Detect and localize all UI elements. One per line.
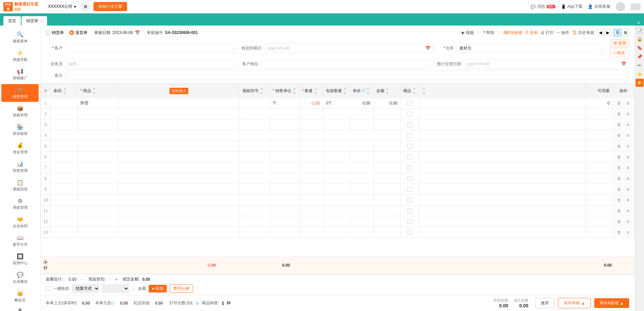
col-settings-icon[interactable]: ⚙ bbox=[44, 88, 47, 93]
cell-barcode-1[interactable] bbox=[51, 109, 78, 119]
customer-addr-input[interactable]: ... bbox=[261, 59, 434, 69]
cell-amount-6[interactable] bbox=[373, 162, 400, 173]
message-button[interactable]: 💬 消息 99+ bbox=[531, 4, 556, 9]
cell-amount-0[interactable]: 0.00 bbox=[373, 98, 400, 109]
cell-unit-3[interactable] bbox=[270, 130, 300, 141]
online-service-button[interactable]: 👤 在线客服 bbox=[588, 4, 610, 9]
cell-gift-9[interactable] bbox=[400, 195, 419, 205]
cell-product-11[interactable] bbox=[78, 216, 118, 227]
delete-button-0[interactable]: 🗑 bbox=[615, 100, 623, 107]
fee-split-button[interactable]: 费用分摊 bbox=[169, 284, 193, 293]
right-panel-btn-3[interactable]: 🔖 bbox=[636, 44, 644, 52]
cell-spec-11[interactable] bbox=[240, 216, 270, 227]
cell-product-5[interactable] bbox=[78, 152, 118, 162]
debt-info-icon[interactable]: ⓘ bbox=[111, 301, 115, 305]
cell-note-3[interactable] bbox=[419, 130, 586, 141]
avatar[interactable] bbox=[616, 2, 625, 11]
logistics-button[interactable]: + 物流 bbox=[610, 49, 629, 57]
tab-close-icon[interactable]: × bbox=[40, 19, 42, 23]
cell-amount-11[interactable] bbox=[373, 216, 400, 227]
cell-barcode-2[interactable] bbox=[51, 119, 78, 130]
cell-note-8[interactable] bbox=[419, 184, 586, 195]
right-panel-btn-7[interactable]: 🔔 bbox=[636, 79, 644, 87]
sidebar-item-appstore[interactable]: 🔲 应用中心 bbox=[1, 250, 39, 268]
salesman-suffix[interactable]: ... bbox=[232, 62, 235, 66]
sidebar-item-marketing[interactable]: 📢 营销推广 bbox=[1, 66, 39, 83]
expected-date-calendar-icon[interactable]: 📅 bbox=[621, 62, 626, 66]
cell-unit-0[interactable]: 个 bbox=[270, 98, 300, 109]
tab-bar-close-icon[interactable]: × bbox=[633, 20, 644, 26]
right-panel-btn-2[interactable]: 🔒 bbox=[636, 35, 644, 43]
video-button[interactable]: ▶ 视频 bbox=[462, 30, 474, 36]
cell-gift-10[interactable] bbox=[400, 205, 419, 216]
cell-gift-11[interactable] bbox=[400, 216, 419, 227]
cell-note-1[interactable] bbox=[419, 109, 586, 119]
cell-qty-8[interactable] bbox=[299, 184, 323, 195]
cell-spec-4[interactable] bbox=[240, 141, 270, 152]
cell-price-7[interactable] bbox=[350, 173, 373, 184]
due-date-input[interactable]: yyyy-mm-dd 📅 bbox=[264, 43, 434, 53]
sidebar-item-purchase[interactable]: 📦 采购管理 bbox=[1, 103, 39, 120]
gift-checkbox-0[interactable] bbox=[407, 101, 412, 106]
avatar2[interactable] bbox=[631, 3, 641, 10]
account-select[interactable] bbox=[102, 284, 129, 293]
price-info-icon[interactable]: ⓘ bbox=[362, 88, 365, 93]
save-new-button[interactable]: 保存&新增 ▲ bbox=[594, 298, 629, 308]
sidebar-item-inventory[interactable]: 🏪 库存核算 bbox=[1, 121, 39, 139]
cell-gift-2[interactable] bbox=[400, 119, 419, 130]
cell-note-6[interactable] bbox=[419, 162, 586, 173]
company-selector[interactable]: XXXXXX公司 ▾ ⚙ bbox=[45, 2, 90, 11]
cell-barcode-0[interactable] bbox=[51, 98, 78, 109]
right-panel-btn-6[interactable]: ⭐ bbox=[636, 70, 644, 78]
cell-pkgqty-3[interactable] bbox=[323, 130, 350, 141]
grid-view-button[interactable]: ⊞ bbox=[622, 29, 629, 36]
cell-gift-0[interactable] bbox=[400, 98, 419, 109]
cell-product-6[interactable] bbox=[78, 162, 118, 173]
cell-amount-4[interactable] bbox=[373, 141, 400, 152]
cell-note-12[interactable] bbox=[419, 227, 586, 238]
cell-amount-3[interactable] bbox=[373, 130, 400, 141]
cell-pkgqty-0[interactable]: 1个 bbox=[323, 98, 350, 109]
cell-qty-7[interactable] bbox=[299, 173, 323, 184]
cell-qty-1[interactable] bbox=[299, 109, 323, 119]
cell-spec-3[interactable] bbox=[240, 130, 270, 141]
gift-checkbox-11[interactable] bbox=[407, 219, 412, 224]
cell-unit-4[interactable] bbox=[270, 141, 300, 152]
delete-button-8[interactable]: 🗑 bbox=[615, 186, 623, 193]
customer-addr-suffix[interactable]: ... bbox=[427, 62, 430, 66]
gift-checkbox-2[interactable] bbox=[407, 122, 412, 127]
help-button[interactable]: ? 帮助 bbox=[483, 30, 494, 36]
cell-barcode-7[interactable] bbox=[51, 173, 78, 184]
cell-spec-5[interactable] bbox=[240, 152, 270, 162]
cell-spec-0[interactable] bbox=[240, 98, 270, 109]
delete-button-11[interactable]: 🗑 bbox=[615, 218, 623, 225]
cell-unit-11[interactable] bbox=[270, 216, 300, 227]
radio-sales[interactable]: 销货单 bbox=[46, 30, 64, 36]
sidebar-item-sales[interactable]: 🛒 销售管理 bbox=[1, 84, 39, 102]
cell-note-5[interactable] bbox=[419, 152, 586, 162]
copy-button-8[interactable]: ⧉ bbox=[624, 186, 632, 193]
cell-barcode-8[interactable] bbox=[51, 184, 78, 195]
cell-unit-6[interactable] bbox=[270, 162, 300, 173]
gift-checkbox-7[interactable] bbox=[407, 176, 412, 181]
delete-button-7[interactable]: 🗑 bbox=[615, 175, 623, 182]
cell-gift-8[interactable] bbox=[400, 184, 419, 195]
delete-button-4[interactable]: 🗑 bbox=[615, 143, 623, 150]
copy-button-9[interactable]: ⧉ bbox=[624, 196, 632, 204]
cell-gift-7[interactable] bbox=[400, 173, 419, 184]
cell-price-0[interactable]: 0.00 bbox=[350, 98, 373, 109]
scan-button[interactable]: 扫码录入 bbox=[169, 88, 188, 94]
cell-spec-12[interactable] bbox=[240, 227, 270, 238]
cell-price-2[interactable] bbox=[350, 119, 373, 130]
cell-pkgqty-10[interactable] bbox=[323, 205, 350, 216]
cell-amount-10[interactable] bbox=[373, 205, 400, 216]
cell-spec-7[interactable] bbox=[240, 173, 270, 184]
cell-product-0[interactable]: 拆货 bbox=[78, 98, 118, 109]
copy-button-0[interactable]: ⧉ bbox=[624, 100, 632, 107]
discount-info-icon[interactable]: ? bbox=[109, 277, 111, 281]
cell-amount-1[interactable] bbox=[373, 109, 400, 119]
cell-barcode-11[interactable] bbox=[51, 216, 78, 227]
cell-product-8[interactable] bbox=[78, 184, 118, 195]
print-button[interactable]: 🖨 打印 bbox=[540, 30, 554, 36]
customer-input[interactable]: ... bbox=[65, 43, 238, 53]
